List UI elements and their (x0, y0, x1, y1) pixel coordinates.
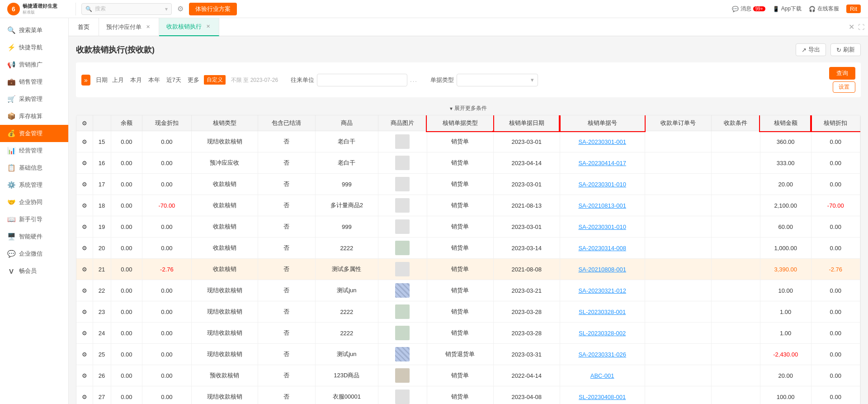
filter-7days[interactable]: 近7天 (165, 75, 183, 85)
box-icon: 📦 (7, 112, 15, 120)
solution-button[interactable]: 体验行业方案 (189, 3, 237, 15)
sidebar-item-guide[interactable]: 📖 新手引导 (0, 211, 68, 228)
col-settings-header: ⚙ (76, 115, 93, 131)
cell-settings[interactable]: ⚙ (76, 365, 93, 386)
filter-this-month[interactable]: 本月 (128, 75, 144, 85)
cell-writeoff-number[interactable]: SL-20230328-001 (560, 301, 645, 323)
sidebar-item-hardware[interactable]: 🖥️ 智能硬件 (0, 228, 68, 245)
voucher-type-select[interactable]: ▾ (457, 74, 538, 86)
cell-settings[interactable]: ⚙ (76, 195, 93, 216)
sidebar-item-finance[interactable]: 💰 资金管理 (0, 125, 68, 142)
cell-writeoff-number[interactable]: SL-20230408-001 (560, 386, 645, 404)
query-button[interactable]: 查询 (829, 67, 855, 80)
table-row: ⚙ 20 0.00 0.00 收款核销 否 2222 销货单 2023-03-1… (76, 238, 860, 259)
tab-home[interactable]: 首页 (69, 18, 99, 36)
tab-writeoff-close[interactable]: ✕ (204, 23, 212, 30)
tab-prepay[interactable]: 预付冲应付单 ✕ (99, 18, 159, 36)
partner-dots: ... (410, 76, 418, 83)
sidebar-item-purchase[interactable]: 🛒 采购管理 (0, 90, 68, 108)
settings-button[interactable]: 设置 (833, 81, 855, 93)
cell-writeoff-discount: -2.76 (811, 259, 860, 280)
filter-this-year[interactable]: 本年 (146, 75, 162, 85)
sidebar-item-wechat[interactable]: 💬 企业微信 (0, 245, 68, 262)
online-service-btn[interactable]: 🎧 在线客服 (809, 5, 839, 13)
cell-writeoff-date: 2023-03-21 (493, 280, 560, 301)
cell-writeoff-number[interactable]: SA-20230314-008 (560, 238, 645, 259)
page-header: 收款核销执行(按收款) ↗ 导出 ↻ 刷新 (76, 43, 861, 56)
cell-cash-discount: 0.00 (142, 323, 191, 344)
col-writeoff-discount-header: 核销折扣 (811, 115, 860, 131)
cell-include-cleared: 否 (258, 365, 316, 386)
cell-settings[interactable]: ⚙ (76, 323, 93, 344)
cell-balance: 0.00 (111, 238, 142, 259)
cell-writeoff-number[interactable]: SA-20210813-001 (560, 195, 645, 216)
filter-expand-btn[interactable]: » (81, 75, 90, 86)
filter-more[interactable]: 更多 (186, 75, 201, 85)
tab-writeoff[interactable]: 收款核销执行 ✕ (159, 18, 219, 36)
sidebar-item-search[interactable]: 🔍 搜索菜单 (0, 22, 68, 39)
cell-writeoff-number[interactable]: SA-20230414-017 (560, 152, 645, 174)
expand-window-icon[interactable]: ⛶ (858, 24, 864, 31)
cell-writeoff-discount: 0.00 (811, 174, 860, 195)
cell-settings[interactable]: ⚙ (76, 174, 93, 195)
sidebar-item-operations[interactable]: 📊 经营管理 (0, 142, 68, 159)
cell-writeoff-date: 2023-03-28 (493, 323, 560, 344)
cell-writeoff-date: 2021-08-08 (493, 259, 560, 280)
cell-settings[interactable]: ⚙ (76, 301, 93, 323)
cell-include-cleared: 否 (258, 216, 316, 238)
cell-writeoff-number[interactable]: SA-20230321-012 (560, 280, 645, 301)
cell-writeoff-number[interactable]: ABC-001 (560, 365, 645, 386)
top-search-box[interactable]: 🔍 搜索 ▾ (81, 3, 172, 15)
app-download-btn[interactable]: 📱 App下载 (773, 5, 802, 13)
tab-prepay-close[interactable]: ✕ (144, 24, 151, 31)
cell-settings[interactable]: ⚙ (76, 216, 93, 238)
cart-icon: 🛒 (7, 95, 15, 103)
cell-writeoff-type: 收款核销 (191, 195, 258, 216)
filter-last-month[interactable]: 上月 (110, 75, 126, 85)
filter-custom[interactable]: 自定义 (204, 75, 226, 85)
money-icon: 💰 (7, 129, 15, 138)
cell-settings[interactable]: ⚙ (76, 238, 93, 259)
cell-index: 20 (93, 238, 111, 259)
cell-writeoff-number[interactable]: SA-20210808-001 (560, 259, 645, 280)
cell-index: 15 (93, 131, 111, 152)
cell-settings[interactable]: ⚙ (76, 344, 93, 365)
expand-conditions-bar[interactable]: ▾ 展开更多条件 (76, 102, 861, 115)
cell-writeoff-number[interactable]: SL-20230328-002 (560, 323, 645, 344)
cell-settings[interactable]: ⚙ (76, 280, 93, 301)
close-window-icon[interactable]: ✕ (849, 23, 854, 31)
cell-settings[interactable]: ⚙ (76, 386, 93, 404)
sidebar-item-vip[interactable]: V 畅会员 (0, 262, 68, 280)
refresh-button[interactable]: ↻ 刷新 (830, 43, 861, 56)
sidebar-item-inventory[interactable]: 📦 库存核算 (0, 108, 68, 125)
cell-writeoff-number[interactable]: SA-20230301-001 (560, 131, 645, 152)
sidebar-item-sales[interactable]: 💼 销售管理 (0, 73, 68, 90)
sidebar-item-marketing[interactable]: 📢 营销推广 (0, 56, 68, 73)
gear-icon[interactable]: ⚙ (177, 5, 184, 13)
sidebar-item-quicknav[interactable]: ⚡ 快捷导航 (0, 39, 68, 56)
user-avatar[interactable]: Rit (846, 5, 861, 13)
cell-index: 19 (93, 216, 111, 238)
col-product-header: 商品 (316, 115, 378, 131)
cell-writeoff-number[interactable]: SA-20230331-026 (560, 344, 645, 365)
sidebar-item-collab[interactable]: 🤝 企业协同 (0, 194, 68, 211)
cell-include-cleared: 否 (258, 323, 316, 344)
tab-writeoff-label: 收款核销执行 (166, 23, 202, 31)
cell-writeoff-number[interactable]: SA-20230301-010 (560, 216, 645, 238)
messages-btn[interactable]: 💬 消息 99+ (732, 5, 765, 13)
cell-product-image (378, 280, 427, 301)
data-table: ⚙ 余额 现金折扣 核销类型 包含已结清 商品 商品图片 核销单据类型 核销单据… (76, 115, 860, 404)
export-button[interactable]: ↗ 导出 (796, 43, 826, 56)
table-scroll[interactable]: ⚙ 余额 现金折扣 核销类型 包含已结清 商品 商品图片 核销单据类型 核销单据… (76, 115, 860, 404)
cell-settings[interactable]: ⚙ (76, 259, 93, 280)
cell-writeoff-type: 收款核销 (191, 259, 258, 280)
cell-settings[interactable]: ⚙ (76, 152, 93, 174)
cell-writeoff-date: 2023-03-01 (493, 216, 560, 238)
cell-settings[interactable]: ⚙ (76, 131, 93, 152)
sidebar-item-basics[interactable]: 📋 基础信息 (0, 159, 68, 176)
content-area: 收款核销执行(按收款) ↗ 导出 ↻ 刷新 » 日期 上月 (69, 36, 868, 404)
clipboard-icon: 📋 (7, 164, 15, 172)
cell-writeoff-number[interactable]: SA-20230301-010 (560, 174, 645, 195)
sidebar-item-system[interactable]: ⚙️ 系统管理 (0, 176, 68, 194)
partner-input[interactable] (317, 74, 407, 86)
